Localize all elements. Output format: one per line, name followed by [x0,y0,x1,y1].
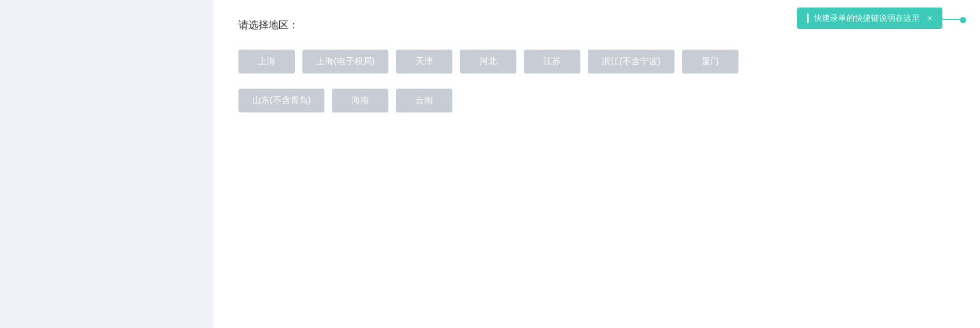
region-btn-tianjin[interactable]: 天津 [396,50,452,74]
left-sidebar [0,0,213,328]
region-btn-shandong[interactable]: 山东(不含青岛) [238,89,324,112]
region-btn-xiamen[interactable]: 厦门 [682,50,738,74]
tooltip-dot [960,17,966,23]
main-content: 请选择地区： 上海 上海(电子税局) 天津 河北 江苏 浙江(不含宁波) 厦门 … [213,0,980,328]
region-btn-zhejiang[interactable]: 浙江(不含宁波) [588,50,674,74]
region-btn-shanghai[interactable]: 上海 [238,50,295,74]
region-btn-hebei[interactable]: 河北 [460,50,516,74]
tooltip-bar [807,13,809,23]
close-icon[interactable]: × [927,13,932,23]
region-btn-yunnan[interactable]: 云南 [396,89,452,112]
tooltip-text: 快速录单的快捷键说明在这里 [814,13,920,24]
tooltip-banner: 快速录单的快捷键说明在这里 × [797,8,942,29]
region-btn-shanghai-etax[interactable]: 上海(电子税局) [302,50,388,74]
region-btn-hainan[interactable]: 海南 [332,89,388,112]
tooltip-line [939,19,961,20]
region-buttons: 上海 上海(电子税局) 天津 河北 江苏 浙江(不含宁波) 厦门 山东(不含青岛… [238,50,955,112]
region-btn-jiangsu[interactable]: 江苏 [524,50,580,74]
